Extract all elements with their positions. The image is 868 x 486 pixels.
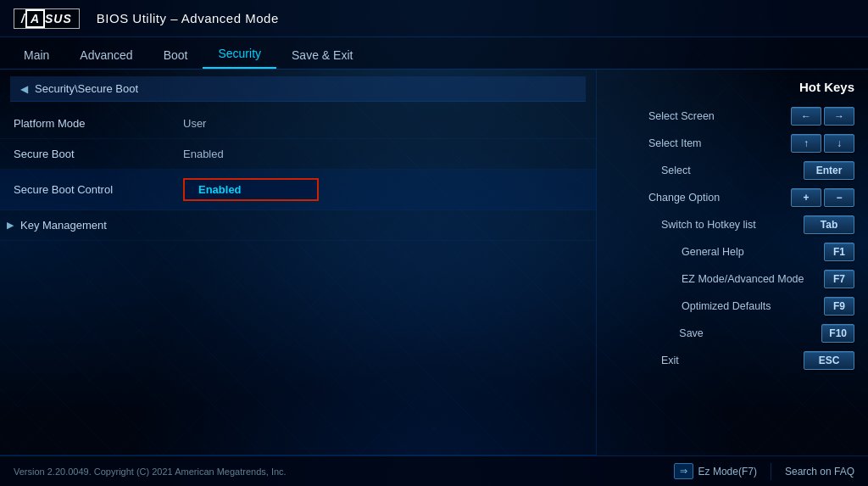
settings-list: Platform Mode User Secure Boot Enabled S… <box>0 102 596 455</box>
nav-advanced[interactable]: Advanced <box>64 43 147 69</box>
hotkey-f1-desc: General Help <box>682 246 817 258</box>
platform-mode-row[interactable]: Platform Mode User <box>0 109 596 139</box>
hotkey-f1: General Help F1 <box>610 240 854 264</box>
key-management-label: Key Management <box>20 219 190 232</box>
hotkey-change-option-keys: + − <box>791 188 854 207</box>
secure-boot-value: Enabled <box>183 148 224 160</box>
key-minus[interactable]: − <box>824 188 854 207</box>
hotkey-esc-desc: Exit <box>661 355 797 366</box>
ez-mode-label: Ez Mode(F7) <box>698 466 757 478</box>
nav-save-exit[interactable]: Save & Exit <box>276 43 368 69</box>
hotkey-f7-desc: EZ Mode/Advanced Mode <box>682 273 817 285</box>
platform-mode-label: Platform Mode <box>14 117 183 130</box>
hotkey-f10: Save F10 <box>610 321 854 345</box>
hotkey-f7: EZ Mode/Advanced Mode F7 <box>610 267 854 291</box>
main-content: ◀ Security\Secure Boot Platform Mode Use… <box>0 70 868 455</box>
secure-boot-control-label: Secure Boot Control <box>14 183 183 196</box>
hotkeys-title: Hot Keys <box>610 80 854 94</box>
navigation: Main Advanced Boot Security Save & Exit <box>0 37 868 70</box>
search-faq-label: Search on FAQ <box>785 466 854 478</box>
footer: Version 2.20.0049. Copyright (C) 2021 Am… <box>0 455 868 486</box>
version-text: Version 2.20.0049. Copyright (C) 2021 Am… <box>14 466 287 477</box>
header: /ASUS BIOS Utility – Advanced Mode <box>0 0 868 37</box>
key-down-arrow[interactable]: ↓ <box>824 134 854 153</box>
key-f10[interactable]: F10 <box>821 324 854 343</box>
nav-security[interactable]: Security <box>203 42 276 69</box>
footer-actions: ⇒ Ez Mode(F7) Search on FAQ <box>674 463 854 480</box>
key-plus[interactable]: + <box>791 188 821 207</box>
section-expand-icon: ▶ <box>7 220 14 231</box>
left-panel: ◀ Security\Secure Boot Platform Mode Use… <box>0 70 597 455</box>
breadcrumb: ◀ Security\Secure Boot <box>10 76 586 102</box>
hotkey-select-screen-desc: Select Screen <box>648 110 784 122</box>
breadcrumb-text: Security\Secure Boot <box>35 82 138 95</box>
key-enter[interactable]: Enter <box>804 161 854 180</box>
secure-boot-label: Secure Boot <box>14 148 183 160</box>
key-f7[interactable]: F7 <box>824 270 854 288</box>
secure-boot-control-value[interactable]: Enabled <box>183 178 319 201</box>
hotkey-select-desc: Select <box>661 165 797 176</box>
hotkeys-panel: Hot Keys Select Screen ← → Select Item ↑… <box>597 70 868 455</box>
hotkey-f9: Optimized Defaults F9 <box>610 294 854 318</box>
hotkey-f10-desc: Save <box>679 327 815 339</box>
key-up-arrow[interactable]: ↑ <box>791 134 821 153</box>
ez-mode-button[interactable]: ⇒ Ez Mode(F7) <box>674 463 757 479</box>
search-faq-button[interactable]: Search on FAQ <box>785 466 854 478</box>
nav-boot[interactable]: Boot <box>148 43 203 69</box>
platform-mode-value: User <box>183 117 206 130</box>
hotkey-select-item: Select Item ↑ ↓ <box>610 131 854 155</box>
hotkey-select-screen: Select Screen ← → <box>610 104 854 128</box>
app-title: BIOS Utility – Advanced Mode <box>97 11 279 25</box>
ez-mode-icon: ⇒ <box>674 463 693 479</box>
footer-divider <box>771 463 771 480</box>
hotkey-select-item-desc: Select Item <box>648 137 784 149</box>
hotkey-change-option-desc: Change Option <box>648 192 784 204</box>
secure-boot-control-row[interactable]: Secure Boot Control Enabled <box>0 170 596 210</box>
key-management-row[interactable]: ▶ Key Management <box>0 210 596 241</box>
key-right-arrow[interactable]: → <box>824 107 854 126</box>
secure-boot-row[interactable]: Secure Boot Enabled <box>0 139 596 170</box>
nav-main[interactable]: Main <box>8 43 64 69</box>
hotkey-select-item-keys: ↑ ↓ <box>791 134 854 153</box>
key-f9[interactable]: F9 <box>824 297 854 316</box>
key-tab[interactable]: Tab <box>804 215 854 234</box>
hotkey-esc: Exit ESC <box>610 349 854 372</box>
hotkey-select: Select Enter <box>610 159 854 182</box>
hotkey-f9-desc: Optimized Defaults <box>682 300 817 312</box>
hotkey-tab-desc: Switch to Hotkey list <box>661 219 797 231</box>
hotkey-tab: Switch to Hotkey list Tab <box>610 213 854 237</box>
hotkey-change-option: Change Option + − <box>610 186 854 209</box>
breadcrumb-back-icon: ◀ <box>20 83 28 95</box>
key-f1[interactable]: F1 <box>824 243 854 261</box>
key-left-arrow[interactable]: ← <box>791 107 821 126</box>
hotkey-select-screen-keys: ← → <box>791 107 854 126</box>
key-esc[interactable]: ESC <box>804 351 854 370</box>
asus-logo: /ASUS <box>14 8 80 29</box>
